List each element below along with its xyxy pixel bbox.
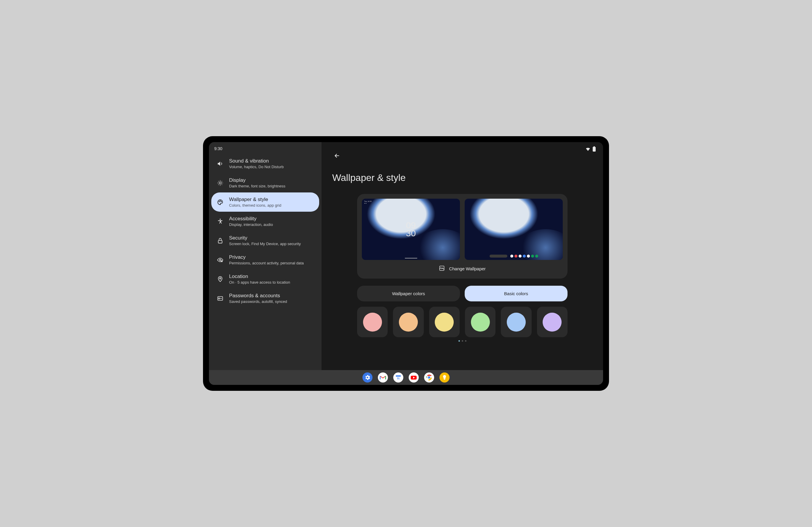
sidebar-item-subtitle: On · 5 apps have access to location (229, 280, 290, 285)
color-swatch-5[interactable] (537, 307, 567, 337)
svg-point-8 (220, 277, 221, 279)
color-tabs: Wallpaper colors Basic colors (357, 286, 567, 301)
svg-point-10 (219, 298, 220, 299)
sidebar-item-sound-vibration[interactable]: Sound & vibrationVolume, haptics, Do Not… (211, 154, 319, 173)
svg-rect-14 (380, 376, 386, 379)
sidebar-item-title: Wallpaper & style (229, 197, 281, 202)
pager-dot[interactable] (462, 340, 463, 342)
home-screen-preview[interactable] (465, 199, 563, 260)
settings-nav-list: Sound & vibrationVolume, haptics, Do Not… (209, 154, 321, 370)
privacy-icon (217, 256, 224, 264)
pager-dot[interactable] (459, 340, 460, 342)
brightness-icon (217, 179, 224, 186)
svg-point-1 (219, 201, 219, 202)
color-swatch-0[interactable] (357, 307, 388, 337)
key-icon (217, 295, 224, 302)
color-swatch-3[interactable] (465, 307, 495, 337)
svg-rect-16 (396, 375, 401, 377)
sidebar-item-wallpaper-style[interactable]: Wallpaper & styleColors, themed icons, a… (211, 193, 319, 212)
sidebar-item-subtitle: Saved passwords, autofill, synced (229, 299, 287, 304)
svg-point-3 (221, 201, 222, 202)
sidebar-item-subtitle: Permissions, account activity, personal … (229, 261, 304, 265)
sidebar-item-privacy[interactable]: PrivacyPermissions, account activity, pe… (211, 250, 319, 269)
lock-icon (217, 237, 224, 244)
svg-point-0 (219, 182, 221, 184)
palette-icon (217, 199, 224, 206)
svg-rect-11 (593, 147, 596, 152)
color-swatch-4[interactable] (501, 307, 531, 337)
main-pane: Wallpaper & style Tue, Jul 19● ● 09 30 (321, 142, 603, 370)
sidebar-item-passwords-accounts[interactable]: Passwords & accountsSaved passwords, aut… (211, 289, 319, 308)
wifi-icon (585, 146, 591, 152)
svg-rect-22 (444, 379, 446, 380)
sidebar-item-subtitle: Volume, haptics, Do Not Disturb (229, 165, 284, 169)
status-bar-right (578, 142, 603, 156)
svg-point-21 (428, 376, 431, 379)
wallpaper-preview-card: Tue, Jul 19● ● 09 30 (357, 194, 567, 278)
tab-wallpaper-colors[interactable]: Wallpaper colors (357, 286, 460, 301)
sidebar-item-title: Security (229, 235, 301, 241)
pager-dot[interactable] (465, 340, 466, 342)
taskbar-app-chrome[interactable] (424, 373, 434, 382)
taskbar-app-gmail[interactable] (378, 373, 388, 382)
sidebar-item-accessibility[interactable]: AccessibilityDisplay, interaction, audio (211, 212, 319, 231)
status-bar-left: 9:30 (209, 142, 321, 154)
status-time: 9:30 (214, 146, 222, 151)
sidebar-item-title: Display (229, 177, 285, 183)
svg-point-4 (220, 219, 221, 220)
color-swatch-2[interactable] (429, 307, 460, 337)
svg-text:31: 31 (397, 377, 400, 380)
lock-screen-preview[interactable]: Tue, Jul 19● ● 09 30 (362, 199, 460, 260)
sidebar-item-security[interactable]: SecurityScreen lock, Find My Device, app… (211, 231, 319, 250)
color-swatch-1[interactable] (393, 307, 423, 337)
accessibility-icon (217, 218, 224, 225)
speaker-icon (217, 160, 224, 167)
sidebar-item-subtitle: Screen lock, Find My Device, app securit… (229, 242, 301, 246)
sidebar-item-display[interactable]: DisplayDark theme, font size, brightness (211, 173, 319, 193)
screen: 9:30 Sound & vibrationVolume, haptics, D… (209, 142, 603, 385)
taskbar-app-calendar[interactable]: 31 (393, 373, 403, 382)
tablet-frame: 9:30 Sound & vibrationVolume, haptics, D… (203, 136, 609, 391)
sidebar-item-title: Privacy (229, 254, 304, 260)
battery-icon (592, 146, 596, 152)
svg-point-6 (219, 259, 221, 261)
settings-sidebar: 9:30 Sound & vibrationVolume, haptics, D… (209, 142, 321, 370)
content-area: 9:30 Sound & vibrationVolume, haptics, D… (209, 142, 603, 370)
sidebar-item-title: Passwords & accounts (229, 293, 287, 299)
svg-point-2 (220, 200, 220, 201)
svg-rect-5 (218, 240, 222, 243)
taskbar: 31 (209, 370, 603, 385)
svg-point-7 (221, 260, 223, 262)
svg-rect-12 (594, 146, 595, 147)
sidebar-item-title: Sound & vibration (229, 158, 284, 164)
sidebar-item-title: Accessibility (229, 216, 273, 222)
tab-basic-colors[interactable]: Basic colors (465, 286, 567, 301)
wallpaper-icon (439, 265, 445, 272)
sidebar-item-subtitle: Colors, themed icons, app grid (229, 203, 281, 208)
sidebar-item-subtitle: Dark theme, font size, brightness (229, 184, 285, 188)
back-button[interactable] (332, 151, 342, 161)
location-icon (217, 276, 224, 283)
sidebar-item-subtitle: Display, interaction, audio (229, 222, 273, 227)
sidebar-item-title: Location (229, 274, 290, 280)
taskbar-app-youtube[interactable] (409, 373, 419, 382)
taskbar-app-keep[interactable] (439, 373, 450, 382)
taskbar-app-settings[interactable] (362, 373, 373, 382)
change-wallpaper-label: Change Wallpaper (449, 266, 486, 271)
change-wallpaper-button[interactable]: Change Wallpaper (362, 260, 563, 274)
color-swatches (357, 307, 567, 337)
sidebar-item-location[interactable]: LocationOn · 5 apps have access to locat… (211, 269, 319, 289)
page-title: Wallpaper & style (321, 163, 603, 194)
swatch-pager (321, 340, 603, 342)
